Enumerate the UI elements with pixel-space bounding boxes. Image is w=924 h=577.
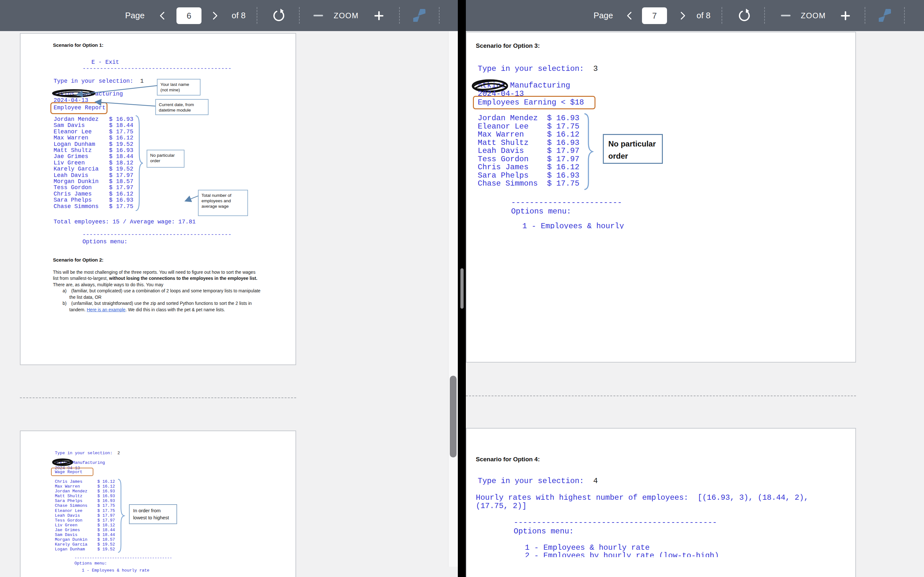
example-link[interactable]: Here is an example (87, 307, 126, 312)
toolbar-separator (722, 7, 722, 24)
page-break-separator (20, 398, 296, 398)
paragraph-text: tandem. (69, 307, 87, 312)
rotate-icon[interactable] (737, 8, 752, 23)
section-title: Scenario for Option 3: (476, 42, 540, 49)
options-menu-title: Options menu: (82, 239, 128, 245)
chevron-right-icon[interactable] (678, 11, 687, 21)
employee-wage-list: Jordan Mendez $ 16.93 Eleanor Lee $ 17.7… (478, 114, 580, 188)
pdf-page-right-top: Scenario for Option 3: Type in your sele… (466, 32, 856, 363)
group-brace (117, 479, 125, 553)
menu-item: 1 - Employees & hourly rate (82, 568, 150, 573)
pdf-page-right-bottom: Scenario for Option 4: Type in your sele… (466, 428, 856, 577)
page-count-label: of 8 (696, 0, 710, 31)
employee-wage-list: Chris James $ 16.12 Max Warren $ 16.12 J… (55, 479, 115, 552)
menu-item: 1 - Employees & hourly rate (525, 544, 650, 552)
console-divider: ----------------------------------------… (82, 66, 231, 72)
list-item-text: (unfamiliar, but straightforward) use th… (71, 300, 252, 307)
report-title: Wage Report (55, 470, 82, 474)
options-menu-title: Options menu: (511, 207, 571, 216)
zoom-out-icon[interactable] (313, 15, 323, 16)
section-title: Scenario for Option 2: (53, 257, 103, 263)
callout-line: order (150, 158, 181, 163)
prompt-text: Type in your selection: (478, 64, 593, 73)
employee-wage-list: Jordan Mendez $ 16.93 Sam Davis $ 18.44 … (53, 116, 133, 210)
page-label: Page (125, 0, 145, 31)
prompt-text: Type in your selection: (55, 451, 118, 456)
options-menu-title: Options menu: (514, 527, 573, 536)
right-toolbar: Page of 8 ZOOM (466, 0, 924, 31)
callout-no-order: No particular order (147, 150, 184, 168)
zoom-label: ZOOM (801, 0, 826, 31)
menu-item-clipped: 1 - Employees & hourly (522, 222, 624, 229)
prompt-text: Type in your selection: (478, 477, 593, 485)
console-divider: ------------------------ (511, 198, 622, 207)
pdf-page-left-bottom: Type in your selection: 2 Atkins Manufac… (20, 430, 296, 577)
callout-line: No particular (150, 153, 181, 158)
page-number-input[interactable] (176, 7, 202, 24)
paragraph-line: list from smallest-to-largest, without l… (53, 276, 257, 282)
rotate-icon[interactable] (271, 8, 286, 23)
selection-prompt: Type in your selection: 2 (55, 451, 120, 456)
left-scrollbar-track[interactable] (448, 31, 458, 567)
paragraph-text: . We did this in class with the pet & pe… (126, 307, 225, 312)
toolbar-separator (257, 7, 257, 24)
callout-line: employees and (202, 198, 244, 203)
callout-arrow (180, 192, 203, 205)
callout-arrow (91, 97, 158, 111)
callout-line: Your last name (160, 82, 197, 87)
callout-line: order (608, 150, 657, 162)
chevron-left-icon[interactable] (625, 11, 634, 21)
callout-date: Current date, from datetime module (155, 99, 208, 115)
zoom-in-icon[interactable] (373, 10, 384, 21)
collapse-icon[interactable] (879, 9, 891, 22)
zoom-label: ZOOM (334, 0, 359, 31)
toolbar-separator (764, 7, 765, 24)
left-scrollbar-thumb[interactable] (450, 376, 457, 458)
page-break-separator (466, 396, 856, 396)
list-item-text: the list data, OR (69, 294, 102, 301)
console-divider: ----------------------------------------… (514, 518, 717, 527)
menu-item-clipped: 2 - Employees by hourly rate (low-to-hig… (525, 552, 719, 557)
right-scrollbar-thumb[interactable] (460, 268, 464, 309)
paragraph-text: list from smallest-to-largest, (53, 276, 109, 281)
pdf-page-left-top: Scenario for Option 1: E - Exit --------… (20, 33, 296, 365)
group-brace (583, 113, 594, 190)
callout-lastname: Your last name (not mine) (157, 79, 200, 95)
zoom-out-icon[interactable] (781, 15, 790, 16)
list-item-text: (familiar, but complicated) use a combin… (71, 288, 260, 294)
paragraph-bold-text: without losing the connections to the em… (109, 276, 257, 281)
toolbar-separator (439, 7, 439, 24)
collapse-icon[interactable] (413, 9, 425, 22)
group-brace (134, 115, 144, 211)
list-item-marker: a) (63, 288, 66, 294)
company-rest: Manufacturing (505, 81, 570, 90)
list-item-text: tandem. Here is an example. We did this … (69, 307, 225, 313)
callout-line: Current date, from (159, 102, 205, 107)
callout-line: In order from (133, 507, 173, 514)
callout-line: lowest to highest (133, 514, 173, 521)
callout-line: No particular (608, 138, 657, 150)
menu-item: 1 - Employees & hourly (522, 222, 624, 229)
prompt-value: 3 (593, 64, 598, 73)
chevron-left-icon[interactable] (158, 11, 167, 21)
console-exit-line: E - Exit (91, 59, 119, 65)
callout-no-order: No particular order (603, 134, 663, 164)
page-label: Page (594, 0, 613, 31)
chevron-right-icon[interactable] (210, 11, 220, 21)
console-divider: ----------------------------------------… (82, 232, 231, 238)
page-number-input[interactable] (642, 7, 667, 24)
paragraph-line: There are, as always, multiple ways to d… (53, 282, 163, 288)
list-item-marker: b) (63, 300, 66, 307)
company-rest: Manufacturing (70, 460, 105, 465)
prompt-value: 4 (593, 477, 598, 485)
section-title: Scenario for Option 1: (53, 42, 103, 48)
callout-total: Total number of employees and average wa… (198, 190, 248, 216)
console-divider: --------------------------------------- (74, 556, 172, 560)
section-title: Scenario for Option 4: (476, 456, 540, 463)
paragraph-line: This will be the most challenging of the… (53, 269, 255, 276)
callout-line: Total number of (202, 193, 244, 198)
callout-line: average wage (202, 203, 244, 209)
split-pdf-viewer: Page of 8 ZOOM Page (0, 0, 924, 577)
zoom-in-icon[interactable] (840, 10, 851, 21)
options-menu-title: Options menu: (74, 561, 107, 566)
